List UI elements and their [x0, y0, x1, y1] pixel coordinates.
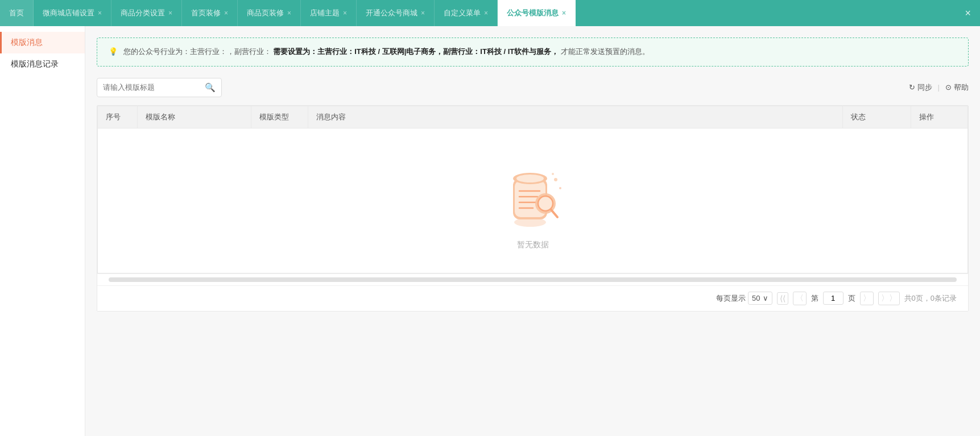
col-content: 消息内容 [308, 106, 843, 128]
tab-open-mall-close[interactable]: × [421, 9, 425, 17]
col-type: 模版类型 [251, 106, 308, 128]
search-icon[interactable]: 🔍 [205, 82, 216, 93]
lightbulb-icon: 💡 [109, 47, 118, 56]
tab-shop-theme-label: 店铺主题 [310, 8, 340, 18]
tab-template-msg-label: 公众号模版消息 [507, 8, 559, 18]
toolbar-right: ↻ 同步 | ⊙ 帮助 [909, 82, 969, 93]
tab-homepage-deco-label: 首页装修 [191, 8, 221, 18]
help-icon: ⊙ [945, 83, 952, 92]
empty-illustration [499, 163, 567, 231]
tab-home[interactable]: 首页 [0, 0, 34, 26]
tab-weishop-close[interactable]: × [98, 9, 102, 17]
sidebar-item-template-msg-log[interactable]: 模版消息记录 [0, 53, 85, 75]
tab-custom-menu[interactable]: 自定义菜单 × [435, 0, 498, 26]
last-page-button[interactable]: 〉〉 [878, 292, 900, 305]
svg-point-12 [554, 178, 557, 181]
scrollbar-row[interactable] [97, 273, 968, 285]
col-status: 状态 [843, 106, 911, 128]
table-header-row: 序号 模版名称 模版类型 消息内容 状态 操作 [98, 106, 968, 128]
empty-state-row: 暂无数据 [98, 128, 968, 273]
col-action: 操作 [911, 106, 968, 128]
tab-product-deco-close[interactable]: × [287, 9, 291, 17]
tab-template-msg-close[interactable]: × [562, 9, 566, 17]
notice-highlight: 需要设置为：主营行业：IT科技 / 互联网|电子商务，副营行业：IT科技 / I… [273, 47, 559, 56]
tab-homepage-deco-close[interactable]: × [224, 9, 228, 17]
col-name: 模版名称 [138, 106, 251, 128]
per-page-value: 50 [752, 294, 760, 302]
notice-suffix: 才能正常发送预置的消息。 [561, 47, 650, 56]
svg-line-11 [551, 210, 557, 217]
tab-category-close[interactable]: × [168, 9, 172, 17]
svg-point-10 [538, 196, 553, 211]
svg-point-4 [516, 175, 544, 182]
sync-icon: ↻ [909, 83, 915, 92]
prev-page-button[interactable]: 〈 [793, 292, 807, 305]
empty-state: 暂无数据 [98, 128, 967, 273]
page-label-post: 页 [848, 293, 855, 304]
tab-product-deco-label: 商品页装修 [247, 8, 284, 18]
empty-text: 暂无数据 [517, 240, 549, 250]
tab-shop-theme[interactable]: 店铺主题 × [301, 0, 357, 26]
tab-shop-theme-close[interactable]: × [343, 9, 347, 17]
notice-banner: 💡 您的公众号行业为：主营行业：，副营行业： 需要设置为：主营行业：IT科技 /… [97, 38, 969, 67]
tab-custom-menu-close[interactable]: × [484, 9, 488, 17]
toolbar-divider: | [938, 83, 940, 92]
sidebar-item-template-msg-log-label: 模版消息记录 [11, 59, 59, 68]
per-page-label: 每页显示 [716, 293, 746, 304]
tab-homepage-deco[interactable]: 首页装修 × [182, 0, 238, 26]
total-info: 共0页，0条记录 [904, 293, 957, 304]
help-button[interactable]: ⊙ 帮助 [945, 82, 969, 93]
data-table: 序号 模版名称 模版类型 消息内容 状态 操作 [97, 106, 968, 273]
search-bar: 🔍 ↻ 同步 | ⊙ 帮助 [97, 78, 969, 97]
search-input[interactable] [103, 83, 205, 92]
content-area: 💡 您的公众号行业为：主营行业：，副营行业： 需要设置为：主营行业：IT科技 /… [85, 26, 980, 436]
notice-prefix: 您的公众号行业为：主营行业：，副营行业： [123, 47, 271, 56]
sidebar-item-template-msg-label: 模版消息 [11, 38, 43, 47]
sync-label: 同步 [917, 82, 932, 93]
tab-custom-menu-label: 自定义菜单 [444, 8, 481, 18]
page-number-input[interactable] [823, 292, 843, 305]
first-page-button[interactable]: ⟨⟨ [777, 292, 788, 305]
sidebar: 模版消息 模版消息记录 [0, 26, 85, 436]
pagination-bar: 每页显示 50 ∨ ⟨⟨ 〈 第 页 〉 〉〉 共0页，0条记录 [97, 285, 968, 311]
per-page-chevron-icon: ∨ [763, 294, 768, 302]
tab-category[interactable]: 商品分类设置 × [111, 0, 182, 26]
tab-template-msg[interactable]: 公众号模版消息 × [498, 0, 576, 26]
tab-bar: 首页 微商城店铺设置 × 商品分类设置 × 首页装修 × 商品页装修 × 店铺主… [0, 0, 980, 26]
col-index: 序号 [98, 106, 138, 128]
tab-product-deco[interactable]: 商品页装修 × [238, 0, 301, 26]
tab-home-label: 首页 [9, 8, 24, 18]
sidebar-item-template-msg[interactable]: 模版消息 [0, 32, 85, 53]
per-page-dropdown[interactable]: 50 ∨ [748, 292, 772, 305]
page-label-pre: 第 [811, 293, 818, 304]
svg-point-14 [552, 173, 554, 175]
tab-open-mall[interactable]: 开通公众号商城 × [357, 0, 435, 26]
tab-weishop-label: 微商城店铺设置 [43, 8, 94, 18]
tab-open-mall-label: 开通公众号商城 [366, 8, 417, 18]
search-input-wrap[interactable]: 🔍 [97, 78, 222, 97]
main-layout: 模版消息 模版消息记录 💡 您的公众号行业为：主营行业：，副营行业： 需要设置为… [0, 26, 980, 436]
tab-category-label: 商品分类设置 [121, 8, 165, 18]
next-page-button[interactable]: 〉 [860, 292, 874, 305]
sync-button[interactable]: ↻ 同步 [909, 82, 932, 93]
tab-weishop[interactable]: 微商城店铺设置 × [34, 0, 111, 26]
per-page-select: 每页显示 50 ∨ [716, 292, 772, 305]
svg-point-13 [559, 187, 561, 189]
window-close-button[interactable]: × [956, 7, 980, 19]
horizontal-scrollbar[interactable] [109, 277, 957, 282]
help-label: 帮助 [954, 82, 969, 93]
table-wrapper: 序号 模版名称 模版类型 消息内容 状态 操作 [97, 105, 969, 312]
